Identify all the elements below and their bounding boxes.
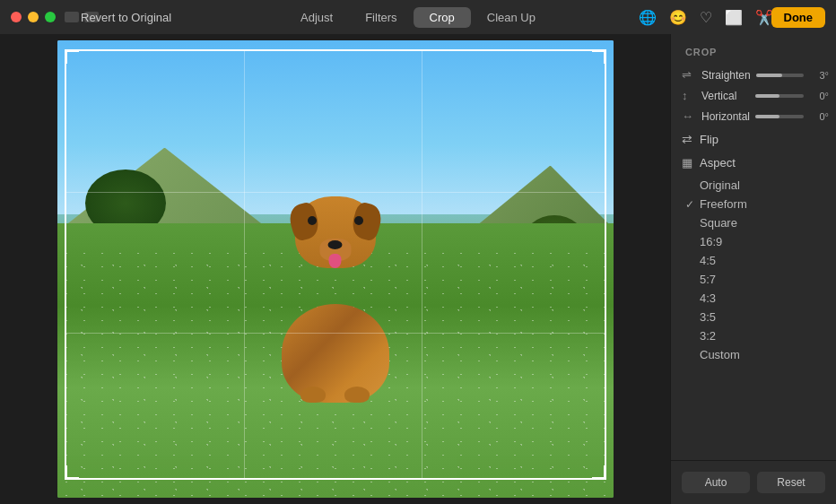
- photo-container: [57, 40, 614, 498]
- photo-background: [57, 40, 614, 498]
- vertical-row: ↕ Vertical 0°: [671, 85, 836, 106]
- dog-body: [282, 304, 389, 403]
- aspect-icon: ▦: [682, 156, 692, 169]
- revert-button[interactable]: Revert to Original: [81, 11, 171, 24]
- straighten-fill: [756, 74, 782, 77]
- dog-paw-front-left: [300, 387, 326, 403]
- dog: [246, 196, 425, 430]
- straighten-label: Straighten: [701, 69, 751, 82]
- titlebar: Revert to Original Adjust Filters Crop C…: [0, 0, 836, 34]
- view-toggle-icon[interactable]: [65, 12, 79, 22]
- straighten-row: ⇌ Straighten 3°: [671, 65, 836, 85]
- vertical-icon: ↕: [682, 89, 696, 102]
- vertical-fill: [755, 94, 779, 98]
- dog-eye-left: [308, 216, 317, 225]
- toolbar-right: 🌐 😊 ♡ ⬜ ✂️: [639, 9, 773, 26]
- aspect-label: Aspect: [700, 156, 736, 169]
- dog-nose: [328, 240, 343, 249]
- dog-eye-right: [354, 216, 363, 225]
- horizontal-label: Horizontal: [701, 110, 750, 123]
- dog-snout: [319, 239, 351, 261]
- frame-icon[interactable]: ⬜: [725, 9, 743, 26]
- flip-icon: ⇄: [682, 132, 692, 146]
- vertical-value: 0°: [809, 91, 829, 101]
- dog-tongue: [329, 254, 342, 268]
- tab-cleanup[interactable]: Clean Up: [471, 7, 552, 28]
- flip-row[interactable]: ⇄ Flip: [671, 126, 836, 152]
- straighten-icon: ⇌: [682, 68, 696, 82]
- panel-footer: Auto Reset: [671, 460, 836, 504]
- globe-icon[interactable]: 🌐: [639, 9, 657, 26]
- minimize-button[interactable]: [28, 12, 39, 22]
- aspect-3-5[interactable]: 3:5: [671, 308, 836, 326]
- flip-label: Flip: [700, 133, 718, 146]
- crop-section-title: CROP: [671, 34, 836, 65]
- straighten-value: 3°: [809, 70, 829, 81]
- emoji-icon[interactable]: 😊: [669, 9, 687, 26]
- aspect-3-2[interactable]: 3:2: [671, 326, 836, 345]
- nav-tabs: Adjust Filters Crop Clean Up: [284, 7, 552, 28]
- main-content: CROP ⇌ Straighten 3° ↕ Vertical 0° ↔ Hor…: [0, 34, 836, 504]
- horizontal-slider[interactable]: [755, 115, 804, 118]
- aspect-options: Original Freeform Square 16:9 4:5 5:7 4:…: [671, 174, 836, 366]
- horizontal-fill: [755, 115, 779, 118]
- done-button[interactable]: Done: [771, 7, 826, 28]
- aspect-original[interactable]: Original: [671, 176, 836, 195]
- aspect-freeform[interactable]: Freeform: [671, 195, 836, 213]
- aspect-4-5[interactable]: 4:5: [671, 251, 836, 270]
- aspect-row[interactable]: ▦ Aspect: [671, 152, 836, 174]
- image-area[interactable]: [0, 34, 670, 504]
- horizontal-icon: ↔: [682, 109, 696, 123]
- horizontal-value: 0°: [809, 111, 829, 122]
- dog-paw-front-right: [344, 387, 370, 403]
- reset-button[interactable]: Reset: [757, 472, 825, 493]
- heart-icon[interactable]: ♡: [700, 9, 712, 26]
- aspect-16-9[interactable]: 16:9: [671, 232, 836, 251]
- maximize-button[interactable]: [45, 12, 56, 22]
- close-button[interactable]: [11, 12, 22, 22]
- dog-head: [295, 196, 376, 268]
- straighten-slider[interactable]: [756, 74, 804, 77]
- vertical-label: Vertical: [701, 90, 750, 102]
- vertical-slider[interactable]: [755, 94, 804, 98]
- aspect-square[interactable]: Square: [671, 213, 836, 232]
- auto-button[interactable]: Auto: [682, 472, 750, 493]
- tab-adjust[interactable]: Adjust: [284, 7, 349, 28]
- traffic-lights: [11, 12, 56, 22]
- horizontal-row: ↔ Horizontal 0°: [671, 106, 836, 126]
- aspect-5-7[interactable]: 5:7: [671, 270, 836, 289]
- tab-filters[interactable]: Filters: [349, 7, 413, 28]
- tab-crop[interactable]: Crop: [414, 7, 471, 28]
- aspect-custom[interactable]: Custom: [671, 345, 836, 364]
- right-panel: CROP ⇌ Straighten 3° ↕ Vertical 0° ↔ Hor…: [670, 34, 836, 504]
- aspect-4-3[interactable]: 4:3: [671, 289, 836, 308]
